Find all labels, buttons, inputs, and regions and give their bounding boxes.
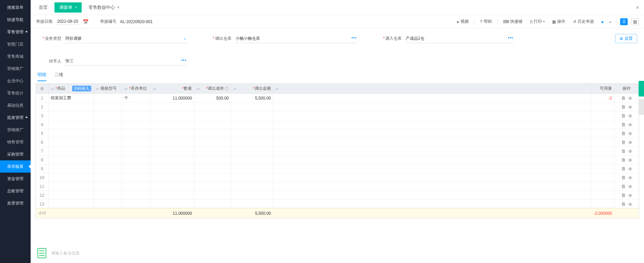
delete-icon[interactable]: 🗑 [621,201,626,207]
table-row[interactable]: 8🗑⊕ [36,156,639,164]
settings-button[interactable]: ⚙设置 [615,34,637,43]
sidebar-section-wholesale[interactable]: 批发管理 [0,111,31,124]
close-icon[interactable]: × [117,5,119,10]
cell-product[interactable] [49,138,94,146]
delete-icon[interactable]: 🗑 [621,157,626,162]
cell-amt[interactable] [231,147,273,155]
cell-spec[interactable] [94,191,122,199]
handler-select[interactable]: 张三••• [65,57,187,66]
cell-qty[interactable] [151,120,194,129]
cell-cost[interactable] [194,120,231,129]
cell-product[interactable] [49,200,94,208]
cell-spec[interactable] [94,200,122,208]
cell-product[interactable] [49,147,94,155]
cell-qty[interactable] [151,200,194,208]
table-row[interactable]: 4🗑⊕ [36,120,639,129]
cell-qty[interactable] [151,173,194,182]
cell-spec[interactable] [94,129,122,138]
cell-product[interactable] [49,164,94,173]
gear-column[interactable]: ⚙ [36,84,49,93]
info-icon[interactable]: ? [225,87,229,91]
col-spec[interactable]: ▴▾规格型号 [94,84,122,93]
more-icon[interactable]: ••• [508,36,513,40]
tab-transfer[interactable]: 调拨单× [54,2,82,13]
table-row[interactable]: 5🗑⊕ [36,129,639,138]
add-icon[interactable]: ⊕ [628,175,632,180]
table-row[interactable]: 3🗑⊕ [36,111,639,120]
delete-icon[interactable]: 🗑 [621,131,626,136]
delete-icon[interactable]: 🗑 [621,104,626,109]
view-list-button[interactable]: ☰ [620,18,628,25]
remark-input[interactable]: 请输入备注信息 [51,250,637,256]
add-icon[interactable]: ⊕ [628,104,632,109]
delete-icon[interactable]: 🗑 [621,166,626,171]
cell-qty[interactable] [151,191,194,199]
prev-button[interactable]: ◂ [599,19,605,24]
cell-product[interactable] [49,182,94,191]
video-button[interactable]: ▸视频 [455,18,471,25]
col-amt[interactable]: ▴▾*调出金额 [231,84,273,93]
delete-icon[interactable]: 🗑 [621,122,626,127]
cell-unit[interactable] [122,173,151,182]
cell-amt[interactable] [231,103,273,111]
biztype-select[interactable]: 同价调拨⌄ [65,34,187,43]
tab-home[interactable]: 首页 [34,2,52,13]
tab-retail-data[interactable]: 零售数据中心× [84,2,124,13]
ops-button[interactable]: ▦操作 [550,18,567,25]
cell-amt[interactable] [231,200,273,208]
next-button[interactable]: ▸ [608,19,613,24]
cell-spec[interactable] [94,138,122,146]
col-unit[interactable]: ▴▾*库存单位 [122,84,151,93]
delete-icon[interactable]: 🗑 [621,193,626,198]
cell-unit[interactable] [122,156,151,164]
cell-product[interactable]: 组装加工费 [49,94,94,102]
help-button[interactable]: ?帮助 [478,18,494,25]
cell-unit[interactable] [122,191,151,199]
cell-spec[interactable] [94,120,122,129]
cell-product[interactable] [49,191,94,199]
cell-cost[interactable] [194,191,231,199]
add-icon[interactable]: ⊕ [628,166,632,171]
cell-amt[interactable] [231,164,273,173]
table-row[interactable]: 9🗑⊕ [36,164,639,173]
cell-cost[interactable] [194,182,231,191]
delete-icon[interactable]: 🗑 [621,175,626,180]
tab-2d[interactable]: 二维 [54,72,63,81]
note-icon[interactable] [37,248,46,258]
cell-unit[interactable] [122,138,151,146]
cell-spec[interactable] [94,94,122,102]
cell-unit[interactable] [122,164,151,173]
add-icon[interactable]: ⊕ [628,95,632,101]
cell-unit[interactable] [122,120,151,129]
delete-icon[interactable]: 🗑 [621,140,626,145]
cell-spec[interactable] [94,111,122,120]
table-row[interactable]: 10🗑⊕ [36,173,639,182]
cell-cost[interactable] [194,164,231,173]
cell-spec[interactable] [94,147,122,155]
add-icon[interactable]: ⊕ [628,201,632,207]
cell-qty[interactable]: 11.000000 [151,94,194,102]
cell-unit[interactable] [122,200,151,208]
sidebar-item-marketing2[interactable]: 营销推广 [0,124,31,136]
table-row[interactable]: 6🗑⊕ [36,138,639,147]
cell-unit[interactable] [122,103,151,111]
cell-amt[interactable] [231,111,273,120]
doc-date-value[interactable]: 2022-09-20 [56,18,79,25]
cell-product[interactable] [49,156,94,164]
cell-spec[interactable] [94,182,122,191]
cell-unit[interactable] [122,147,151,155]
add-icon[interactable]: ⊕ [628,148,632,154]
cell-product[interactable] [49,120,94,129]
cell-cost[interactable] [194,129,231,138]
cell-unit[interactable] [122,111,151,120]
cell-qty[interactable] [151,103,194,111]
table-row[interactable]: 12🗑⊕ [36,191,639,200]
cell-product[interactable] [49,129,94,138]
cell-amt[interactable] [231,191,273,199]
cell-qty[interactable] [151,147,194,155]
delete-icon[interactable]: 🗑 [621,95,626,101]
cell-spec[interactable] [94,173,122,182]
col-cost[interactable]: ▴▾*调出成本? [194,84,231,93]
cell-qty[interactable] [151,129,194,138]
history-button[interactable]: ↺历史单据 [571,18,596,25]
